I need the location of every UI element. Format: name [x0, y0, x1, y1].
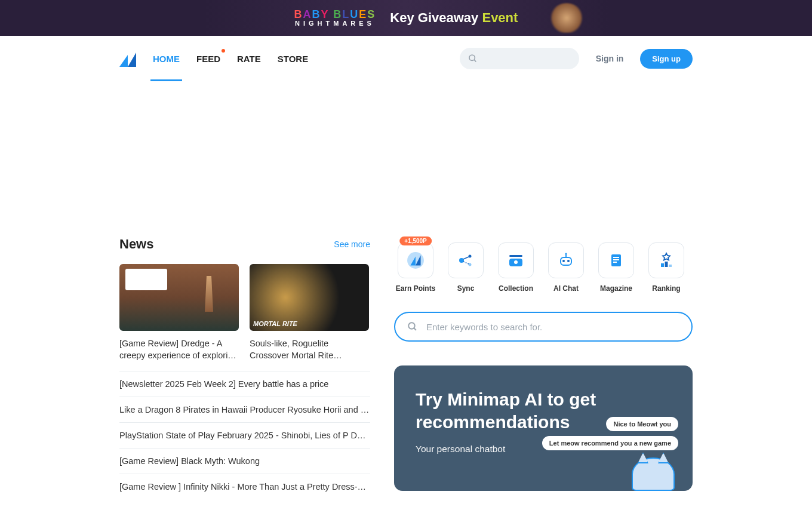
svg-rect-22 [613, 259, 619, 260]
nav-rate[interactable]: RATE [237, 36, 261, 81]
news-row[interactable]: Like a Dragon 8 Pirates in Hawaii Produc… [119, 397, 370, 422]
svg-rect-23 [613, 262, 617, 263]
ranking-icon [657, 251, 675, 269]
tile-ranking[interactable]: Ranking [645, 242, 688, 293]
tile-ai-chat[interactable]: AI Chat [545, 242, 588, 293]
svg-point-19 [565, 253, 567, 255]
svg-rect-25 [665, 262, 668, 267]
banner-logo-line2: NIGHTMARES [295, 20, 375, 27]
banner-text: Key Giveaway Event [390, 10, 518, 26]
svg-rect-26 [669, 265, 672, 267]
collection-icon [507, 251, 525, 269]
search-icon [468, 54, 478, 63]
tile-label: Magazine [600, 284, 632, 293]
news-card[interactable]: MORTAL RITE Souls-like, Roguelite Crosso… [250, 264, 369, 361]
news-row[interactable]: [Game Review ] Infinity Nikki - More Tha… [119, 474, 370, 499]
points-badge: +1,500P [399, 236, 432, 245]
svg-line-3 [474, 60, 476, 62]
banner-logo: BABY BLUES NIGHTMARES [294, 9, 376, 27]
nav-store[interactable]: STORE [278, 36, 308, 81]
svg-point-8 [469, 255, 472, 258]
svg-point-2 [469, 55, 475, 60]
tile-label: Collection [499, 284, 533, 293]
svg-point-14 [514, 260, 518, 264]
tile-label: Sync [457, 284, 475, 293]
tile-sync[interactable]: Sync [444, 242, 487, 293]
quick-tiles: +1,500P Earn Points Sync Collection AI C… [394, 242, 693, 293]
svg-rect-21 [613, 257, 619, 258]
svg-line-10 [463, 257, 469, 259]
svg-marker-1 [128, 53, 136, 67]
svg-rect-12 [509, 255, 522, 257]
search-icon [407, 321, 418, 332]
tile-magazine[interactable]: Magazine [595, 242, 638, 293]
header-search[interactable] [460, 48, 579, 69]
news-row[interactable]: PlayStation State of Play February 2025 … [119, 422, 370, 448]
main-search-input[interactable] [426, 322, 679, 332]
chat-bubble: Let meow recommend you a new game [542, 436, 678, 450]
sign-up-button[interactable]: Sign up [640, 49, 693, 69]
tile-label: AI Chat [553, 284, 579, 293]
see-more-link[interactable]: See more [334, 239, 370, 249]
news-thumb-mortal: MORTAL RITE [250, 264, 369, 331]
news-row[interactable]: [Game Review] Black Myth: Wukong [119, 448, 370, 474]
header: HOME FEED RATE STORE Sign in Sign up [0, 36, 812, 81]
banner-logo-line1: BABY BLUES [294, 9, 376, 20]
tile-earn-points[interactable]: +1,500P Earn Points [394, 242, 437, 293]
main-search[interactable] [394, 312, 693, 342]
magazine-icon [607, 251, 625, 269]
tile-label: Earn Points [396, 284, 436, 293]
sync-icon [457, 251, 475, 269]
hero-placeholder [119, 81, 693, 236]
cat-mascot-icon [632, 457, 675, 491]
svg-point-27 [408, 322, 415, 329]
svg-rect-24 [661, 263, 664, 267]
ai-promo-card[interactable]: Try Minimap AI to get recommendations Yo… [394, 365, 693, 491]
ai-bubbles: Nice to Meowt you Let meow recommend you… [542, 417, 678, 491]
svg-line-11 [463, 262, 469, 264]
nav-feed[interactable]: FEED [196, 36, 220, 81]
sign-in-link[interactable]: Sign in [596, 54, 624, 63]
tile-collection[interactable]: Collection [494, 242, 537, 293]
svg-line-28 [414, 328, 416, 330]
nav-home[interactable]: HOME [153, 36, 180, 81]
svg-point-17 [567, 260, 570, 262]
svg-marker-0 [119, 55, 128, 67]
main-nav: HOME FEED RATE STORE [153, 36, 308, 81]
chat-bubble: Nice to Meowt you [606, 417, 678, 431]
logo-circle-icon [407, 251, 425, 269]
promo-banner[interactable]: BABY BLUES NIGHTMARES Key Giveaway Event [0, 0, 812, 36]
svg-point-7 [459, 258, 464, 263]
svg-point-16 [562, 260, 565, 262]
svg-point-9 [469, 263, 472, 266]
news-thumb-dredge [119, 264, 239, 331]
news-card-title: [Game Review] Dredge - A creepy experien… [119, 338, 239, 361]
news-list: [Newsletter 2025 Feb Week 2] Every battl… [119, 371, 370, 499]
svg-rect-15 [561, 257, 571, 265]
site-logo[interactable] [119, 50, 136, 67]
notification-dot-icon [222, 49, 225, 53]
news-card[interactable]: [Game Review] Dredge - A creepy experien… [119, 264, 239, 361]
news-card-title: Souls-like, Roguelite Crossover Mortal R… [250, 338, 369, 361]
news-heading: News [119, 236, 153, 252]
robot-icon [557, 251, 575, 269]
tile-label: Ranking [652, 284, 680, 293]
news-row[interactable]: [Newsletter 2025 Feb Week 2] Every battl… [119, 371, 370, 397]
